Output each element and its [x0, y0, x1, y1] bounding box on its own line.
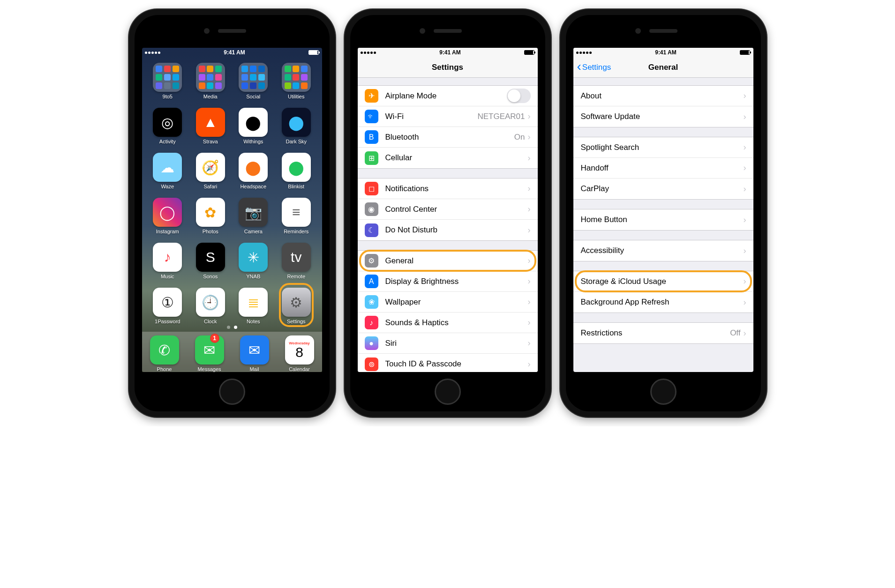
navbar: Settings: [358, 57, 538, 78]
app-safari[interactable]: 🧭Safari: [191, 153, 230, 189]
app-utilities[interactable]: Utilities: [277, 63, 316, 99]
row-icon: ●: [365, 336, 378, 350]
app-clock[interactable]: 🕘Clock: [191, 288, 230, 324]
app-label: Social: [246, 94, 260, 99]
row-spotlight-search[interactable]: Spotlight Search›: [573, 137, 753, 158]
app-label: Waze: [161, 184, 174, 189]
row-accessibility[interactable]: Accessibility›: [573, 240, 753, 261]
chevron-right-icon: ›: [528, 297, 531, 307]
app-strava[interactable]: ▲Strava: [191, 108, 230, 144]
settings-group: ⚙General›ADisplay & Brightness›❀Wallpape…: [358, 250, 538, 372]
app-label: Reminders: [284, 229, 308, 234]
app-settings[interactable]: ⚙Settings: [277, 288, 316, 324]
dock-app-messages[interactable]: ✉1Messages: [195, 335, 224, 372]
row-bluetooth[interactable]: BBluetoothOn›: [358, 127, 538, 148]
app-icon: ⬤: [282, 153, 311, 182]
app-icon: ✉: [195, 335, 224, 365]
app-label: Sonos: [203, 274, 218, 279]
row-label: Notifications: [385, 184, 528, 194]
row-icon: B: [365, 130, 378, 144]
row-icon: ◉: [365, 202, 378, 216]
dock-app-mail[interactable]: ✉Mail: [240, 335, 269, 372]
app-waze[interactable]: ☁Waze: [149, 153, 187, 189]
chevron-right-icon: ›: [528, 276, 531, 286]
row-do-not-disturb[interactable]: ☾Do Not Disturb›: [358, 220, 538, 240]
general-group: Spotlight Search›Handoff›CarPlay›: [573, 137, 753, 200]
app-remote[interactable]: tvRemote: [277, 243, 316, 279]
row-icon: ♪: [365, 316, 378, 329]
app-label: Headspace: [240, 184, 266, 189]
app-activity[interactable]: ◎Activity: [149, 108, 187, 144]
row-restrictions[interactable]: RestrictionsOff›: [573, 323, 753, 343]
app-music[interactable]: ♪Music: [149, 243, 187, 279]
row-display-brightness[interactable]: ADisplay & Brightness›: [358, 271, 538, 292]
chevron-right-icon: ›: [528, 225, 531, 235]
row-wi-fi[interactable]: ᯤWi-FiNETGEAR01›: [358, 106, 538, 127]
general-list[interactable]: About›Software Update›Spotlight Search›H…: [573, 78, 753, 372]
row-label: Accessibility: [581, 246, 744, 255]
settings-list[interactable]: ✈Airplane ModeᯤWi-FiNETGEAR01›BBluetooth…: [358, 78, 538, 372]
app-reminders[interactable]: ≡Reminders: [277, 198, 316, 234]
app-1password[interactable]: ①1Password: [149, 288, 187, 324]
app-social[interactable]: Social: [234, 63, 273, 99]
chevron-right-icon: ›: [744, 112, 746, 122]
row-control-center[interactable]: ◉Control Center›: [358, 199, 538, 220]
app-ynab[interactable]: ✳YNAB: [234, 243, 273, 279]
home-button[interactable]: [650, 379, 677, 405]
app-camera[interactable]: 📷Camera: [234, 198, 273, 234]
row-wallpaper[interactable]: ❀Wallpaper›: [358, 292, 538, 313]
row-label: Spotlight Search: [581, 143, 744, 152]
row-cellular[interactable]: ⊞Cellular›: [358, 148, 538, 168]
app-instagram[interactable]: ◯Instagram: [149, 198, 187, 234]
row-touch-id-passcode[interactable]: ⊚Touch ID & Passcode›: [358, 354, 538, 372]
row-label: Cellular: [385, 153, 528, 163]
toggle[interactable]: [507, 89, 531, 103]
app-label: Phone: [157, 366, 172, 372]
chevron-right-icon: ›: [528, 338, 531, 348]
app-notes[interactable]: ≣Notes: [234, 288, 273, 324]
status-bar: 9:41 AM: [142, 48, 322, 57]
row-software-update[interactable]: Software Update›: [573, 106, 753, 127]
dock: ✆Phone✉1Messages✉MailWednesday8Calendar: [142, 332, 322, 372]
back-button[interactable]: Settings: [577, 63, 611, 72]
home-grid: 9to5MediaSocialUtilities◎Activity▲Strava…: [142, 57, 322, 324]
row-handoff[interactable]: Handoff›: [573, 158, 753, 179]
row-label: Storage & iCloud Usage: [581, 277, 744, 286]
app-sonos[interactable]: SSonos: [191, 243, 230, 279]
row-airplane-mode[interactable]: ✈Airplane Mode: [358, 86, 538, 106]
dock-app-phone[interactable]: ✆Phone: [150, 335, 179, 372]
app-media[interactable]: Media: [191, 63, 230, 99]
app-headspace[interactable]: ⬤Headspace: [234, 153, 273, 189]
app-withings[interactable]: ⬤Withings: [234, 108, 273, 144]
app-label: Music: [161, 274, 174, 279]
chevron-right-icon: ›: [528, 318, 531, 327]
app-9to5[interactable]: 9to5: [149, 63, 187, 99]
row-detail: Off: [730, 328, 740, 338]
home-button[interactable]: [219, 379, 245, 405]
app-dark-sky[interactable]: ⬤Dark Sky: [277, 108, 316, 144]
home-button[interactable]: [435, 379, 461, 405]
app-blinkist[interactable]: ⬤Blinkist: [277, 153, 316, 189]
status-time: 9:41 AM: [439, 49, 461, 56]
row-carplay[interactable]: CarPlay›: [573, 179, 753, 199]
row-home-button[interactable]: Home Button›: [573, 209, 753, 230]
app-icon: ①: [153, 288, 182, 317]
row-storage-icloud-usage[interactable]: Storage & iCloud Usage›: [573, 271, 753, 292]
row-siri[interactable]: ●Siri›: [358, 333, 538, 354]
row-label: Bluetooth: [385, 133, 514, 142]
dock-app-calendar[interactable]: Wednesday8Calendar: [285, 335, 314, 372]
chevron-right-icon: ›: [744, 215, 746, 225]
row-icon: ⚙: [365, 254, 378, 268]
navbar-title: General: [648, 63, 678, 72]
row-label: Home Button: [581, 215, 744, 224]
app-photos[interactable]: ✿Photos: [191, 198, 230, 234]
app-icon: tv: [282, 243, 311, 272]
app-label: Blinkist: [288, 184, 304, 189]
row-background-app-refresh[interactable]: Background App Refresh›: [573, 292, 753, 313]
row-sounds-haptics[interactable]: ♪Sounds & Haptics›: [358, 313, 538, 333]
row-label: Siri: [385, 339, 528, 348]
row-notifications[interactable]: ◻Notifications›: [358, 179, 538, 199]
row-general[interactable]: ⚙General›: [358, 251, 538, 271]
row-about[interactable]: About›: [573, 86, 753, 106]
status-bar: 9:41 AM: [358, 48, 538, 57]
